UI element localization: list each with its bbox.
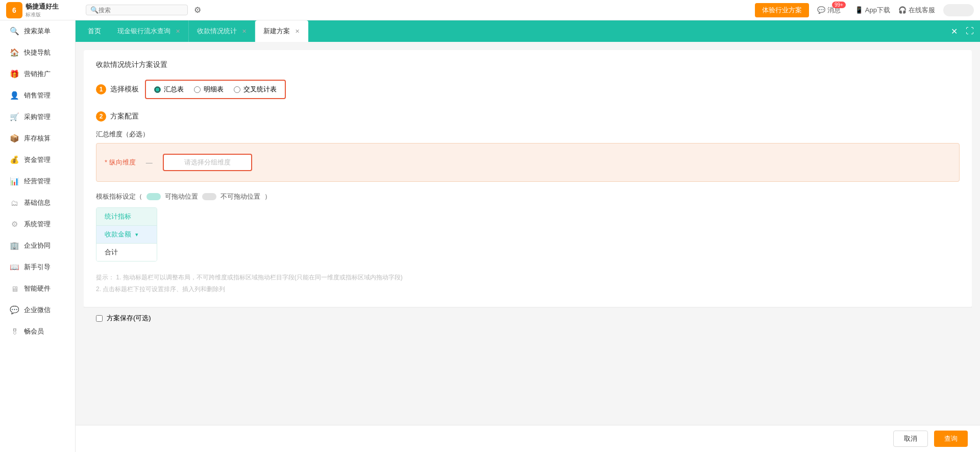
gear-icon[interactable]: ⚙ bbox=[194, 5, 201, 15]
radio-cross-label: 交叉统计表 bbox=[243, 85, 277, 94]
operation-icon: 📊 bbox=[10, 177, 19, 186]
tab-bar-actions: ✕ ⛶ bbox=[949, 27, 976, 36]
metrics-row-total: 合计 bbox=[96, 244, 157, 261]
drag-indicator bbox=[146, 193, 161, 200]
no-drag-indicator bbox=[202, 193, 216, 200]
enterprise-icon: 🏢 bbox=[10, 241, 19, 250]
search-input[interactable] bbox=[99, 7, 170, 14]
sidebar-item-search-menu[interactable]: 🔍 搜索菜单 bbox=[0, 20, 75, 42]
inventory-icon: 📦 bbox=[10, 134, 19, 143]
trial-button[interactable]: 体验行业方案 bbox=[755, 3, 809, 17]
radio-detail-input[interactable] bbox=[194, 86, 201, 93]
sidebar-item-label: 新手引导 bbox=[24, 263, 51, 272]
logo-text: 畅捷通好生 bbox=[26, 2, 59, 11]
message-area[interactable]: 💬 消息 99+ bbox=[817, 6, 841, 15]
sidebar-item-system[interactable]: ⚙ 系统管理 bbox=[0, 213, 75, 235]
section1-label: 选择模板 bbox=[110, 85, 139, 94]
drag-label: 可拖动位置 bbox=[165, 192, 198, 201]
purchase-icon: 🛒 bbox=[10, 112, 19, 122]
logo-area: 6 畅捷通好生 标准版 bbox=[6, 2, 82, 18]
finance-icon: 💰 bbox=[10, 155, 19, 164]
section2-header: 2 方案配置 bbox=[96, 111, 139, 122]
dimension-row: * 纵向维度 — 请选择分组维度 bbox=[105, 154, 951, 171]
radio-cross-input[interactable] bbox=[234, 86, 240, 93]
tab-bar: 首页 现金银行流水查询 ✕ 收款情况统计 ✕ 新建方案 ✕ ✕ ⛶ bbox=[76, 20, 980, 42]
tip2: 2. 点击标题栏下拉可设置排序、插入列和删除列 bbox=[96, 285, 960, 294]
sidebar-item-quick-nav[interactable]: 🏠 快捷导航 bbox=[0, 42, 75, 63]
system-icon: ⚙ bbox=[10, 220, 19, 229]
sidebar-item-finance[interactable]: 💰 资金管理 bbox=[0, 149, 75, 171]
search-icon: 🔍 bbox=[90, 6, 99, 14]
section2-num: 2 bbox=[96, 111, 106, 122]
tab-new-plan-close[interactable]: ✕ bbox=[295, 28, 300, 35]
page-content: 收款情况统计方案设置 1 选择模板 汇总表 明细表 bbox=[76, 42, 980, 425]
sidebar-item-label: 销售管理 bbox=[24, 91, 51, 100]
sidebar-item-label: 采购管理 bbox=[24, 112, 51, 122]
logo-icon: 6 bbox=[6, 2, 22, 18]
tab-home[interactable]: 首页 bbox=[80, 27, 109, 36]
search-menu-icon: 🔍 bbox=[10, 27, 19, 36]
sidebar-item-enterprise[interactable]: 🏢 企业协同 bbox=[0, 235, 75, 256]
tab-collect-stat[interactable]: 收款情况统计 ✕ bbox=[189, 20, 255, 42]
sidebar-item-basic-info[interactable]: 🗂 基础信息 bbox=[0, 192, 75, 213]
service-icon: 🎧 bbox=[898, 6, 906, 14]
marketing-icon: 🎁 bbox=[10, 69, 19, 79]
radio-summary-input[interactable] bbox=[154, 86, 161, 93]
section1-num: 1 bbox=[96, 84, 106, 94]
section2: 2 方案配置 汇总维度（必选） * 纵向维度 — 请选择分组维度 bbox=[96, 111, 960, 294]
online-service-btn[interactable]: 🎧 在线客服 bbox=[898, 6, 935, 15]
message-icon: 💬 bbox=[817, 6, 825, 14]
tab-bank-flow-close[interactable]: ✕ bbox=[176, 28, 180, 35]
close-paren: ） bbox=[264, 192, 271, 201]
sidebar-item-hardware[interactable]: 🖥 智能硬件 bbox=[0, 278, 75, 299]
metrics-header-label: 统计指标 bbox=[105, 212, 131, 221]
hardware-icon: 🖥 bbox=[10, 284, 19, 293]
sidebar-item-sales[interactable]: 👤 销售管理 bbox=[0, 85, 75, 106]
tab-new-plan[interactable]: 新建方案 ✕ bbox=[255, 20, 308, 42]
tab-new-plan-label: 新建方案 bbox=[263, 27, 290, 36]
app-download-btn[interactable]: 📱 App下载 bbox=[855, 6, 890, 15]
radio-summary-label: 汇总表 bbox=[164, 85, 184, 94]
no-drag-label: 不可拖动位置 bbox=[220, 192, 260, 201]
sidebar-item-member[interactable]: 🎖 畅会员 bbox=[0, 321, 75, 342]
main-wrapper: 🔍 搜索菜单 🏠 快捷导航 🎁 营销推广 👤 销售管理 🛒 采购管理 📦 库存核… bbox=[0, 20, 980, 452]
sidebar-item-label: 系统管理 bbox=[24, 220, 51, 229]
radio-summary[interactable]: 汇总表 bbox=[154, 85, 184, 94]
tab-bank-flow[interactable]: 现金银行流水查询 ✕ bbox=[109, 20, 189, 42]
sidebar-item-purchase[interactable]: 🛒 采购管理 bbox=[0, 106, 75, 128]
sidebar-item-label: 营销推广 bbox=[24, 69, 51, 79]
metrics-row-collect[interactable]: 收款金额 ▾ bbox=[96, 226, 157, 244]
radio-cross[interactable]: 交叉统计表 bbox=[234, 85, 277, 94]
radio-detail-label: 明细表 bbox=[204, 85, 224, 94]
group-dimension-select[interactable]: 请选择分组维度 bbox=[163, 154, 252, 171]
dropdown-arrow-icon[interactable]: ▾ bbox=[135, 231, 138, 238]
sidebar-item-marketing[interactable]: 🎁 营销推广 bbox=[0, 63, 75, 85]
header-actions: 体验行业方案 💬 消息 99+ 📱 App下载 🎧 在线客服 bbox=[755, 3, 974, 17]
radio-detail[interactable]: 明细表 bbox=[194, 85, 224, 94]
sidebar: 🔍 搜索菜单 🏠 快捷导航 🎁 营销推广 👤 销售管理 🛒 采购管理 📦 库存核… bbox=[0, 20, 76, 452]
message-badge: 99+ bbox=[832, 2, 846, 8]
sidebar-item-label: 智能硬件 bbox=[24, 284, 51, 293]
content-area: 首页 现金银行流水查询 ✕ 收款情况统计 ✕ 新建方案 ✕ ✕ ⛶ 收款情况统计… bbox=[76, 20, 980, 452]
save-checkbox[interactable] bbox=[96, 315, 103, 322]
close-window-icon[interactable]: ✕ bbox=[949, 27, 960, 36]
guide-icon: 📖 bbox=[10, 263, 19, 272]
sidebar-item-operation[interactable]: 📊 经营管理 bbox=[0, 171, 75, 192]
save-section: 方案保存(可选) bbox=[84, 307, 972, 329]
dimension-area: * 纵向维度 — 请选择分组维度 bbox=[96, 143, 960, 182]
sidebar-item-guide[interactable]: 📖 新手引导 bbox=[0, 256, 75, 278]
cancel-button[interactable]: 取消 bbox=[893, 431, 928, 447]
sidebar-item-inventory[interactable]: 📦 库存核算 bbox=[0, 128, 75, 149]
page-card: 收款情况统计方案设置 1 选择模板 汇总表 明细表 bbox=[84, 50, 972, 307]
metric-collect-label: 收款金额 bbox=[105, 230, 131, 239]
member-icon: 🎖 bbox=[10, 327, 19, 336]
sidebar-item-label: 库存核算 bbox=[24, 134, 51, 143]
search-bar[interactable]: 🔍 bbox=[86, 5, 188, 15]
metric-total-label: 合计 bbox=[105, 248, 118, 256]
tab-collect-stat-close[interactable]: ✕ bbox=[242, 28, 247, 35]
metrics-table-header: 统计指标 bbox=[96, 208, 157, 226]
sidebar-item-wechat[interactable]: 💬 企业微信 bbox=[0, 299, 75, 321]
query-button[interactable]: 查询 bbox=[934, 431, 968, 447]
section1-header: 1 选择模板 bbox=[96, 84, 139, 94]
maximize-window-icon[interactable]: ⛶ bbox=[964, 27, 976, 36]
